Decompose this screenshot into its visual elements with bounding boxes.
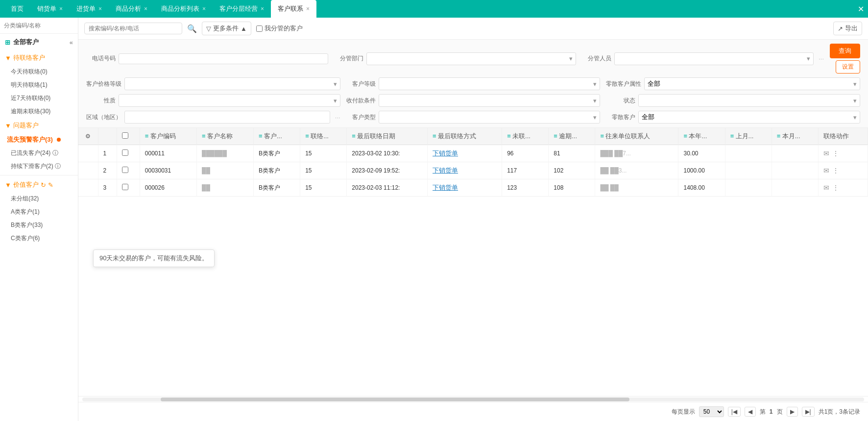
row-last-way[interactable]: 下销货单 <box>428 179 502 197</box>
zero-attr-field: 零散客户属性 全部 ▾ <box>606 77 860 90</box>
more-actions-icon[interactable]: ⋮ <box>832 184 839 192</box>
region-select[interactable] <box>124 111 330 124</box>
col-customer-type[interactable]: ≡ 客户... <box>254 128 300 145</box>
row-this-year: 1000.00 <box>678 162 725 179</box>
last-page-button[interactable]: ▶| <box>802 407 815 417</box>
first-page-button[interactable]: |◀ <box>728 407 741 417</box>
status-select[interactable]: ▾ <box>638 94 860 107</box>
grade-select[interactable]: ▾ <box>379 77 601 90</box>
nature-field: 性质 ▾ <box>86 94 340 107</box>
query-button[interactable]: 查询 <box>830 44 860 58</box>
more-conditions-btn[interactable]: ▽ 更多条件 ▲ <box>202 22 251 35</box>
sidebar-item-overdue[interactable]: 逾期未联络(30) <box>0 105 78 118</box>
row-last-way[interactable]: 下销货单 <box>428 145 502 162</box>
prev-page-button[interactable]: ◀ <box>745 407 756 417</box>
settings-button[interactable]: 设置 <box>836 60 860 74</box>
content-area: 🔍 ▽ 更多条件 ▲ 我分管的客户 ↗ 导出 电话号码 <box>78 18 868 421</box>
edit-icon[interactable]: ✎ <box>48 181 53 189</box>
tab-product-list[interactable]: 商品分析列表 × <box>154 0 213 18</box>
my-customers-checkbox[interactable]: 我分管的客户 <box>256 24 303 33</box>
row-checkbox[interactable] <box>117 162 140 179</box>
contact-icon[interactable]: ✉ <box>823 184 829 192</box>
chevron-down-icon: ▾ <box>569 55 573 62</box>
close-icon[interactable]: × <box>59 5 63 12</box>
col-code[interactable]: ≡ 客户编码 <box>140 128 196 145</box>
export-button[interactable]: ↗ 导出 <box>833 22 862 35</box>
close-window-button[interactable]: ✕ <box>858 4 864 14</box>
all-customers-header[interactable]: ⊞ 全部客户 « <box>0 34 78 50</box>
row-index: 1 <box>98 145 117 162</box>
chevron-down-icon: ▾ <box>593 80 597 88</box>
contact-icon[interactable]: ✉ <box>823 167 829 174</box>
col-settings[interactable]: ⚙ <box>78 128 98 145</box>
person-select[interactable]: ▾ <box>614 52 814 65</box>
sidebar-group-pending[interactable]: ▼ 待联络客户 <box>0 50 78 65</box>
arrow-icon: ▼ <box>5 54 11 62</box>
sidebar-item-7days[interactable]: 近7天待联络(0) <box>0 92 78 105</box>
close-icon[interactable]: × <box>261 5 264 12</box>
col-last-date[interactable]: ≡ 最后联络日期 <box>347 128 428 145</box>
row-checkbox[interactable] <box>117 179 140 197</box>
more-options-icon[interactable]: ··· <box>819 55 824 62</box>
col-name[interactable]: ≡ 客户名称 <box>196 128 253 145</box>
sidebar-item-class-c[interactable]: C类客户(6) <box>0 232 78 245</box>
sidebar-item-class-a[interactable]: A类客户(1) <box>0 205 78 219</box>
sidebar-item-ungrouped[interactable]: 未分组(32) <box>0 192 78 205</box>
sidebar-item-churn-warning[interactable]: 流失预警客户(3) <box>0 133 78 147</box>
more-actions-icon[interactable]: ⋮ <box>832 149 839 157</box>
tab-home[interactable]: 首页 <box>4 0 30 18</box>
col-not-contacted[interactable]: ≡ 未联... <box>502 128 549 145</box>
sidebar-search-input[interactable] <box>4 22 77 29</box>
contact-icon[interactable]: ✉ <box>823 149 829 157</box>
col-this-month[interactable]: ≡ 本月... <box>772 128 818 145</box>
close-icon[interactable]: × <box>306 5 310 12</box>
customer-type-select[interactable]: ▾ <box>379 111 601 124</box>
zero-attr-select[interactable]: 全部 ▾ <box>644 77 860 90</box>
price-grade-select[interactable]: ▾ <box>124 77 340 90</box>
col-overdue[interactable]: ≡ 逾期... <box>549 128 595 145</box>
more-options-icon[interactable]: ··· <box>335 114 340 121</box>
tab-purchase[interactable]: 进货单 × <box>70 0 109 18</box>
col-last-month[interactable]: ≡ 上月... <box>725 128 772 145</box>
zero-customer-select[interactable]: 全部 ▾ <box>638 111 860 124</box>
collapse-icon[interactable]: « <box>70 39 73 46</box>
dept-field: 分管部门 ▾ <box>334 52 576 65</box>
sort-icon: ≡ <box>683 132 687 140</box>
search-input[interactable] <box>84 23 182 34</box>
row-unit-contacts: ██ ██3... <box>595 162 678 179</box>
page-size-select[interactable]: 50 100 <box>699 406 724 417</box>
close-icon[interactable]: × <box>144 5 147 12</box>
close-icon[interactable]: × <box>98 5 102 12</box>
col-last-way[interactable]: ≡ 最后联络方式 <box>428 128 502 145</box>
search-button[interactable]: 🔍 <box>187 24 197 33</box>
nature-select[interactable]: ▾ <box>119 94 340 107</box>
col-this-year[interactable]: ≡ 本年... <box>678 128 725 145</box>
horizontal-scrollbar[interactable] <box>78 396 868 402</box>
sidebar-group-problem[interactable]: ▼ 问题客户 <box>0 118 78 133</box>
sidebar-item-declining[interactable]: 持续下滑客户(2) ⓘ <box>0 160 78 173</box>
tab-product-analysis[interactable]: 商品分析 × <box>109 0 154 18</box>
col-unit-contacts[interactable]: ≡ 往来单位联系人 <box>595 128 678 145</box>
chevron-down-icon: ▾ <box>853 97 857 104</box>
row-checkbox[interactable] <box>117 145 140 162</box>
row-actions: ✉ ⋮ <box>818 162 868 179</box>
sidebar-item-class-b[interactable]: B类客户(33) <box>0 219 78 232</box>
col-contact[interactable]: ≡ 联络... <box>300 128 347 145</box>
row-last-way[interactable]: 下销货单 <box>428 162 502 179</box>
col-checkbox[interactable] <box>117 128 140 145</box>
sidebar-item-tomorrow[interactable]: 明天待联络(1) <box>0 78 78 92</box>
tab-customer-tier[interactable]: 客户分层经营 × <box>213 0 271 18</box>
refresh-icon[interactable]: ↻ <box>41 181 46 189</box>
tab-sales[interactable]: 销货单 × <box>30 0 70 18</box>
payment-select[interactable]: ▾ <box>379 94 601 107</box>
sidebar-item-lost[interactable]: 已流失客户(24) ⓘ <box>0 147 78 160</box>
sidebar-group-value[interactable]: ▼ 价值客户 ↻ ✎ <box>0 177 78 192</box>
close-icon[interactable]: × <box>202 5 206 12</box>
dept-select[interactable]: ▾ <box>366 52 576 65</box>
phone-input[interactable] <box>119 53 328 64</box>
sidebar-item-today[interactable]: 今天待联络(0) <box>0 65 78 78</box>
next-page-button[interactable]: ▶ <box>787 407 798 417</box>
tab-customer-contact[interactable]: 客户联系 × <box>271 0 316 18</box>
more-actions-icon[interactable]: ⋮ <box>832 167 839 174</box>
row-last-month <box>725 162 772 179</box>
